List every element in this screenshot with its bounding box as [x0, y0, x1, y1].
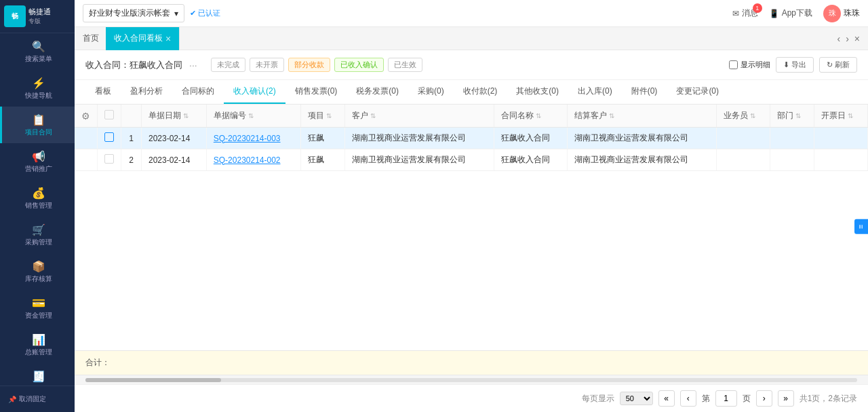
sidebar-item-capital[interactable]: 💳 资金管理 [0, 290, 75, 326]
docno-column-header[interactable]: 单据编号⇅ [206, 105, 300, 128]
message-button[interactable]: ✉ 1 消息 [732, 7, 758, 19]
status-incomplete[interactable]: 未完成 [211, 58, 245, 72]
row1-docno-link[interactable]: SQ-20230214-003 [214, 134, 281, 143]
tab-close-button[interactable]: × [165, 33, 171, 44]
sub-tab-revenue-confirm[interactable]: 收入确认(2) [224, 80, 285, 104]
sidebar-item-invoice[interactable]: 🧾 发票管理 [0, 363, 75, 386]
tab-next-button[interactable]: › [846, 33, 849, 44]
last-page-button[interactable]: » [778, 390, 794, 407]
sub-tab-purchase[interactable]: 采购(0) [408, 80, 454, 104]
content-area: 收入合同：狂飙收入合同 ··· 未完成 未开票 部分收款 已收入确认 已生效 显… [75, 50, 868, 412]
export-button[interactable]: ⬇ 导出 [776, 57, 814, 73]
row2-checkbox[interactable] [104, 154, 114, 164]
sidebar-item-inventory[interactable]: 📦 库存核算 [0, 253, 75, 290]
sub-tab-profit[interactable]: 盈利分析 [121, 80, 172, 104]
scrollbar-area [75, 375, 868, 384]
sub-tab-changes[interactable]: 变更记录(0) [667, 80, 728, 104]
sidebar-item-purchase[interactable]: 🛒 采购管理 [0, 217, 75, 253]
download-icon: 📱 [769, 9, 779, 18]
sidebar-item-marketing[interactable]: 📢 营销推广 [0, 143, 75, 180]
customer-column-header[interactable]: 客户⇅ [345, 105, 494, 128]
date-column-header[interactable]: 单据日期⇅ [142, 105, 207, 128]
status-confirmed[interactable]: 已收入确认 [334, 58, 384, 72]
prev-page-button[interactable]: ‹ [680, 390, 696, 407]
purchase-icon: 🛒 [32, 223, 45, 236]
row2-num: 2 [121, 149, 142, 171]
salesperson-column-header[interactable]: 业务员⇅ [716, 105, 770, 128]
project-contract-icon: 📋 [32, 113, 45, 126]
contract-more-button[interactable]: ··· [189, 60, 197, 71]
open-date-column-header[interactable]: 开票日⇅ [814, 105, 867, 128]
row2-settings-cell [75, 149, 98, 171]
show-detail-checkbox[interactable]: 显示明细 [729, 57, 770, 73]
sub-tabs: 看板 盈利分析 合同标的 收入确认(2) 销售发票(0) 税务发票(0) 采购(… [75, 80, 868, 105]
scrollbar-thumb[interactable] [85, 378, 221, 382]
next-page-button[interactable]: › [756, 390, 772, 407]
contract-name-column-header[interactable]: 合同名称⇅ [494, 105, 567, 128]
sub-tab-attachments[interactable]: 附件(0) [622, 80, 667, 104]
detail-checkbox-input[interactable] [729, 60, 738, 69]
result-customer-sort-icon: ⇅ [609, 112, 614, 119]
sub-tab-contract-std[interactable]: 合同标的 [172, 80, 224, 104]
company-selector[interactable]: 好业财专业版演示帐套 ▾ [83, 4, 184, 22]
sidebar-item-general[interactable]: 📊 总账管理 [0, 326, 75, 363]
row1-customer: 湖南卫视商业运营发展有限公司 [345, 128, 494, 149]
company-dropdown-icon: ▾ [174, 9, 178, 18]
department-sort-icon: ⇅ [795, 112, 801, 119]
sub-tab-kanban[interactable]: 看板 [85, 80, 121, 104]
certified-badge: ✔ 已认证 [190, 8, 220, 18]
sidebar-item-project-contract[interactable]: 📋 项目合同 [0, 107, 75, 143]
sub-tab-tax-invoice[interactable]: 税务发票(0) [347, 80, 408, 104]
sum-row: 合计： [75, 350, 868, 375]
table-row[interactable]: 1 2023-02-14 SQ-20230214-003 狂飙 湖南卫视商业运营… [75, 128, 868, 149]
sum-label: 合计： [85, 357, 110, 369]
tab-controls: ‹ › × [837, 33, 860, 44]
float-right-button[interactable]: ≡ [854, 219, 868, 234]
result-customer-column-header[interactable]: 结算客户⇅ [567, 105, 716, 128]
tab-close-all-button[interactable]: × [854, 33, 860, 44]
status-effective[interactable]: 已生效 [388, 58, 422, 72]
certified-check-icon: ✔ [190, 9, 196, 18]
page-size-select[interactable]: 50 20 100 [620, 392, 653, 405]
page-suffix: 页 [743, 393, 751, 405]
row2-customer: 湖南卫视商业运营发展有限公司 [345, 149, 494, 171]
project-column-header[interactable]: 项目⇅ [301, 105, 345, 128]
sub-tab-other-income[interactable]: 其他收支(0) [507, 80, 568, 104]
pagination: 每页显示 50 20 100 « ‹ 第 页 › » 共1页，2条记录 [75, 384, 868, 412]
table-row[interactable]: 2 2023-02-14 SQ-20230214-002 狂飙 湖南卫视商业运营… [75, 149, 868, 171]
select-all-checkbox[interactable] [104, 110, 114, 119]
refresh-button[interactable]: ↻ 刷新 [819, 57, 857, 73]
department-column-header[interactable]: 部门⇅ [770, 105, 814, 128]
page-input[interactable] [715, 390, 737, 407]
logo-text: 畅捷通 专版 [28, 7, 51, 25]
per-page-label: 每页显示 [582, 393, 614, 405]
project-sort-icon: ⇅ [326, 112, 332, 119]
row2-checkbox-cell [98, 149, 121, 171]
first-page-button[interactable]: « [658, 390, 675, 407]
sub-tab-inventory[interactable]: 出入库(0) [568, 80, 622, 104]
column-settings-icon[interactable]: ⚙ [81, 111, 90, 121]
sidebar-item-search[interactable]: 🔍 搜索菜单 [0, 33, 75, 70]
active-tab[interactable]: 收入合同看板 × [106, 27, 180, 50]
status-partial[interactable]: 部分收款 [288, 58, 330, 72]
message-icon: ✉ [732, 9, 739, 18]
sub-tab-sales-invoice[interactable]: 销售发票(0) [285, 80, 347, 104]
sub-tab-payment[interactable]: 收付款(2) [454, 80, 507, 104]
page-label: 第 [702, 393, 710, 405]
row2-date: 2023-02-14 [142, 149, 207, 171]
app-download-button[interactable]: 📱 App下载 [769, 7, 812, 19]
tab-prev-button[interactable]: ‹ [837, 33, 840, 44]
topbar: 好业财专业版演示帐套 ▾ ✔ 已认证 ✉ 1 消息 📱 App下载 珠 珠珠 [75, 0, 868, 27]
sidebar-item-quick-nav[interactable]: ⚡ 快捷导航 [0, 70, 75, 107]
status-unpaid[interactable]: 未开票 [250, 58, 284, 72]
settings-column-header: ⚙ [75, 105, 98, 128]
scrollbar-track [85, 378, 857, 382]
row2-docno-link[interactable]: SQ-20230214-002 [214, 155, 281, 165]
user-menu[interactable]: 珠 珠珠 [823, 5, 860, 22]
pin-button[interactable]: 📌 取消固定 [5, 392, 69, 407]
home-tab[interactable]: 首页 [83, 33, 106, 44]
sidebar-item-sales[interactable]: 💰 销售管理 [0, 180, 75, 217]
docno-sort-icon: ⇅ [248, 112, 254, 119]
row1-checkbox[interactable] [104, 132, 114, 142]
row1-contract-name: 狂飙收入合同 [494, 128, 567, 149]
